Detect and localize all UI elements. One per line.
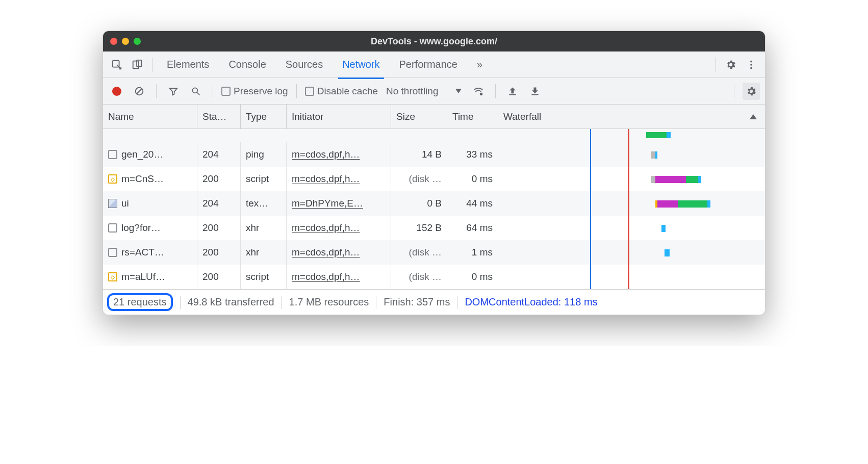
main-tabs-bar: Elements Console Sources Network Perform… <box>103 51 765 78</box>
cell-initiator[interactable]: m=DhPYme,E… <box>287 191 391 216</box>
window-title: DevTools - www.google.com/ <box>371 36 497 47</box>
status-transferred: 49.8 kB transferred <box>188 296 274 308</box>
tab-network[interactable]: Network <box>340 57 381 72</box>
throttling-select[interactable]: No throttling <box>383 86 465 97</box>
network-table-body: gen_20…204pingm=cdos,dpf,h…14 B33 ms◇m=C… <box>103 129 765 289</box>
col-initiator[interactable]: Initiator <box>287 105 391 128</box>
network-conditions-icon[interactable] <box>470 83 487 100</box>
preserve-log-checkbox[interactable]: Preserve log <box>221 86 288 97</box>
cell-status: 200 <box>197 216 241 240</box>
tab-console[interactable]: Console <box>226 57 268 72</box>
status-resources: 1.7 MB resources <box>289 296 369 308</box>
cell-status: 204 <box>197 142 241 167</box>
cell-time: 1 ms <box>447 240 498 265</box>
more-menu-icon[interactable] <box>743 56 760 73</box>
cell-size: (disk … <box>391 265 447 289</box>
tab-performance[interactable]: Performance <box>397 57 460 72</box>
cell-waterfall <box>498 142 765 167</box>
cell-status: 204 <box>197 191 241 216</box>
disable-cache-label: Disable cache <box>317 86 378 97</box>
svg-line-7 <box>137 88 142 94</box>
zoom-window-button[interactable] <box>134 38 141 45</box>
table-row[interactable]: rs=ACT…200xhrm=cdos,dpf,h…(disk …1 ms <box>103 240 765 265</box>
upload-har-icon[interactable] <box>504 83 521 100</box>
cell-name: ◇m=aLUf… <box>103 265 197 289</box>
svg-point-10 <box>480 92 483 95</box>
tab-sources[interactable]: Sources <box>284 57 325 72</box>
disable-cache-checkbox[interactable]: Disable cache <box>305 86 378 97</box>
network-toolbar: Preserve log Disable cache No throttling <box>103 78 765 105</box>
cell-size: (disk … <box>391 167 447 191</box>
cell-waterfall <box>498 191 765 216</box>
col-time[interactable]: Time <box>447 105 498 128</box>
cell-name: ◇m=CnS… <box>103 167 197 191</box>
cell-initiator[interactable]: m=cdos,dpf,h… <box>287 216 391 240</box>
col-name[interactable]: Name <box>103 105 197 128</box>
network-table-header: Name Sta… Type Initiator Size Time Water… <box>103 105 765 129</box>
cell-size: 0 B <box>391 191 447 216</box>
waterfall-overview-strip <box>103 129 765 142</box>
table-row[interactable]: log?for…200xhrm=cdos,dpf,h…152 B64 ms <box>103 216 765 240</box>
inspect-element-icon[interactable] <box>108 56 125 73</box>
col-waterfall[interactable]: Waterfall <box>498 105 765 128</box>
svg-point-3 <box>750 60 752 62</box>
tabs-overflow[interactable]: » <box>475 57 484 72</box>
cell-initiator[interactable]: m=cdos,dpf,h… <box>287 240 391 265</box>
cell-initiator[interactable]: m=cdos,dpf,h… <box>287 142 391 167</box>
cell-type: xhr <box>241 216 287 240</box>
svg-rect-11 <box>509 94 516 95</box>
chevron-down-icon <box>455 89 462 93</box>
throttling-value: No throttling <box>386 86 438 97</box>
svg-point-5 <box>750 67 752 69</box>
status-domcontentloaded: DOMContentLoaded: 118 ms <box>465 296 597 308</box>
cell-size: 152 B <box>391 216 447 240</box>
network-status-bar: 21 requests 49.8 kB transferred 1.7 MB r… <box>103 289 765 315</box>
network-settings-gear-icon[interactable] <box>743 83 760 100</box>
preserve-log-label: Preserve log <box>234 86 288 97</box>
cell-name: rs=ACT… <box>103 240 197 265</box>
cell-time: 64 ms <box>447 216 498 240</box>
cell-initiator[interactable]: m=cdos,dpf,h… <box>287 167 391 191</box>
clear-button[interactable] <box>131 83 148 100</box>
col-status[interactable]: Sta… <box>197 105 241 128</box>
col-size[interactable]: Size <box>391 105 447 128</box>
cell-time: 33 ms <box>447 142 498 167</box>
divider <box>734 84 734 98</box>
cell-size: (disk … <box>391 240 447 265</box>
filter-icon[interactable] <box>165 83 182 100</box>
record-button[interactable] <box>108 83 125 100</box>
cell-name: log?for… <box>103 216 197 240</box>
settings-gear-icon[interactable] <box>722 56 739 73</box>
cell-waterfall <box>498 167 765 191</box>
cell-type: tex… <box>241 191 287 216</box>
table-row[interactable]: ui204tex…m=DhPYme,E…0 B44 ms <box>103 191 765 216</box>
divider <box>213 84 213 98</box>
tab-elements[interactable]: Elements <box>165 57 211 72</box>
table-row[interactable]: gen_20…204pingm=cdos,dpf,h…14 B33 ms <box>103 142 765 167</box>
svg-rect-12 <box>532 94 539 95</box>
cell-waterfall <box>498 240 765 265</box>
panel-tabs: Elements Console Sources Network Perform… <box>165 57 484 72</box>
traffic-lights <box>110 38 141 45</box>
cell-name: ui <box>103 191 197 216</box>
svg-point-8 <box>192 88 197 93</box>
cell-time: 0 ms <box>447 167 498 191</box>
cell-status: 200 <box>197 265 241 289</box>
divider <box>296 84 297 98</box>
cell-size: 14 B <box>391 142 447 167</box>
cell-type: xhr <box>241 240 287 265</box>
col-type[interactable]: Type <box>241 105 287 128</box>
cell-time: 44 ms <box>447 191 498 216</box>
devtools-window: DevTools - www.google.com/ Elements Cons… <box>103 31 765 315</box>
device-toolbar-icon[interactable] <box>129 56 146 73</box>
cell-status: 200 <box>197 240 241 265</box>
minimize-window-button[interactable] <box>122 38 129 45</box>
table-row[interactable]: ◇m=CnS…200scriptm=cdos,dpf,h…(disk …0 ms <box>103 167 765 191</box>
table-row[interactable]: ◇m=aLUf…200scriptm=cdos,dpf,h…(disk …0 m… <box>103 265 765 289</box>
download-har-icon[interactable] <box>526 83 544 100</box>
close-window-button[interactable] <box>110 38 117 45</box>
cell-name: gen_20… <box>103 142 197 167</box>
cell-initiator[interactable]: m=cdos,dpf,h… <box>287 265 391 289</box>
search-icon[interactable] <box>187 83 205 100</box>
cell-type: script <box>241 167 287 191</box>
